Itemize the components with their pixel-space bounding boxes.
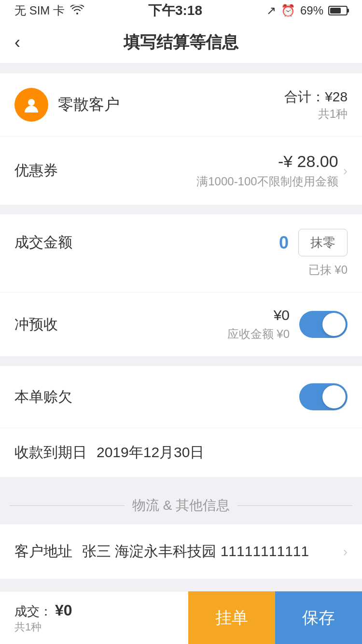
footer-deal-count: 共1种: [14, 620, 174, 634]
footer-deal-amount: ¥0: [55, 602, 72, 619]
deal-sub-text: 已抹 ¥0: [14, 262, 348, 278]
address-row[interactable]: 客户地址 张三 海淀永丰科技园 11111111111 ›: [0, 524, 362, 579]
credit-toggle-knob: [322, 385, 346, 408]
alarm-icon: ⏰: [281, 4, 295, 17]
round-zero-button[interactable]: 抹零: [298, 229, 348, 256]
svg-point-0: [28, 99, 35, 106]
bottom-footer: 成交： ¥0 共1种 挂单 保存: [0, 591, 362, 644]
save-button[interactable]: 保存: [275, 591, 362, 644]
footer-deal-label: 成交：: [14, 603, 52, 620]
total-count-label: 共1种: [284, 106, 348, 122]
due-date-label: 收款到期日: [14, 443, 87, 462]
address-label: 客户地址: [14, 542, 72, 561]
credit-label: 本单赊欠: [14, 387, 72, 407]
content-area: 零散客户 合计：¥28 共1种 优惠券 -¥ 28.00 满1000-100不限…: [0, 73, 362, 642]
footer-deal-info: 成交： ¥0 共1种: [0, 591, 188, 644]
coupon-row[interactable]: 优惠券 -¥ 28.00 满1000-100不限制使用金额 ›: [0, 136, 362, 205]
coupon-chevron-icon: ›: [343, 163, 348, 179]
time-display: 下午3:18: [148, 1, 202, 20]
prepay-amount: ¥0: [227, 307, 290, 323]
credit-toggle[interactable]: [299, 383, 348, 410]
battery-percent: 69%: [300, 4, 323, 17]
deal-amount-value: 0: [279, 233, 289, 253]
deal-amount-value-box: 0 抹零: [279, 229, 348, 256]
nav-bar: ‹ 填写结算等信息: [0, 21, 362, 64]
credit-card: 本单赊欠 收款到期日 2019年12月30日: [0, 366, 362, 477]
location-icon: ↗: [266, 4, 276, 17]
prepay-toggle[interactable]: [299, 311, 348, 338]
status-bar: 无 SIM 卡 下午3:18 ↗ ⏰ 69%: [0, 0, 362, 21]
prepay-sub-text: 应收金额 ¥0: [227, 326, 290, 342]
avatar: [14, 88, 48, 122]
logistics-label: 物流 & 其他信息: [132, 496, 230, 515]
deal-section: 成交金额 0 抹零 已抹 ¥0: [0, 214, 362, 292]
logistics-line-left: [10, 505, 125, 506]
prepay-label: 冲预收: [14, 315, 58, 335]
status-right: ↗ ⏰ 69%: [266, 4, 348, 17]
customer-card: 零散客户 合计：¥28 共1种 优惠券 -¥ 28.00 满1000-100不限…: [0, 73, 362, 205]
address-card[interactable]: 客户地址 张三 海淀永丰科技园 11111111111 ›: [0, 524, 362, 579]
page-title: 填写结算等信息: [124, 31, 238, 54]
coupon-value: -¥ 28.00 满1000-100不限制使用金额: [196, 152, 338, 189]
logistics-line-right: [237, 505, 352, 506]
deal-card: 成交金额 0 抹零 已抹 ¥0 冲预收 ¥0 应收金额 ¥0: [0, 214, 362, 356]
due-date-row: 收款到期日 2019年12月30日: [0, 428, 362, 477]
address-chevron-icon: ›: [343, 544, 348, 560]
customer-left: 零散客户: [14, 88, 120, 122]
prepay-value-block: ¥0 应收金额 ¥0: [227, 307, 290, 342]
total-amount-label: 合计：¥28: [284, 88, 348, 106]
prepay-left: 冲预收: [14, 315, 58, 335]
address-value: 张三 海淀永丰科技园 11111111111: [82, 542, 338, 561]
back-button[interactable]: ‹: [14, 32, 20, 53]
coupon-sub-text: 满1000-100不限制使用金额: [196, 174, 338, 189]
deal-amount-row: 成交金额 0 抹零: [14, 229, 348, 256]
coupon-discount-amount: -¥ 28.00: [196, 152, 338, 171]
customer-total: 合计：¥28 共1种: [284, 88, 348, 122]
customer-row: 零散客户 合计：¥28 共1种: [0, 73, 362, 136]
deal-amount-label: 成交金额: [14, 233, 72, 252]
carrier-text: 无 SIM 卡: [14, 3, 65, 18]
toggle-knob: [322, 313, 346, 336]
hold-order-button[interactable]: 挂单: [188, 591, 275, 644]
prepay-row: 冲预收 ¥0 应收金额 ¥0: [0, 292, 362, 356]
battery-icon: [328, 6, 348, 15]
wifi-icon: [70, 4, 84, 17]
coupon-label: 优惠券: [14, 161, 58, 181]
customer-name: 零散客户: [58, 94, 120, 115]
credit-row: 本单赊欠: [0, 366, 362, 428]
due-date-value: 2019年12月30日: [97, 443, 204, 462]
status-left: 无 SIM 卡: [14, 3, 84, 18]
logistics-section-header: 物流 & 其他信息: [0, 487, 362, 524]
